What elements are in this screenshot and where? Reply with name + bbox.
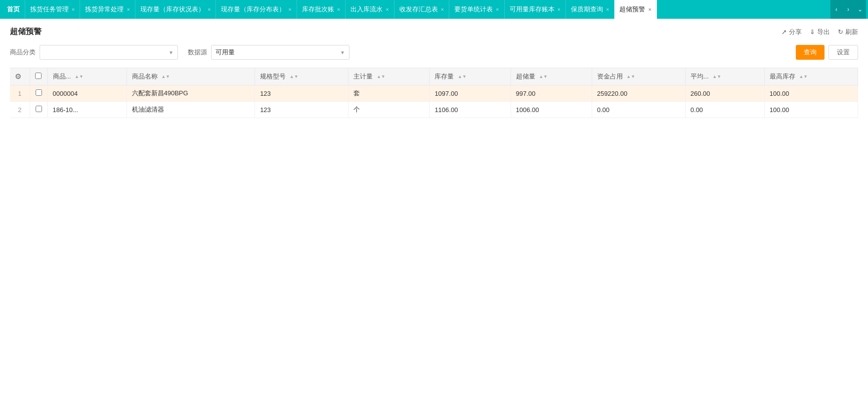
close-icon[interactable]: × — [337, 6, 340, 12]
row-avg: 260.00 — [685, 85, 764, 102]
row-capital: 0.00 — [592, 102, 685, 118]
th-checkbox[interactable] — [30, 68, 47, 85]
nav-next-arrow[interactable]: › — [842, 0, 854, 19]
row-checkbox[interactable] — [36, 106, 42, 112]
filter-row: 商品分类 ▼ 数据源 可用量 ▼ 查询 设置 — [10, 45, 858, 60]
nav-home[interactable]: 首页 — [2, 0, 25, 19]
nav-tab-4[interactable]: 现存量（库存分布表） × — [216, 0, 297, 19]
row-name: 六配套新昌490BPG — [127, 85, 255, 102]
nav-tab-3[interactable]: 现存量（库存状况表） × — [135, 0, 216, 19]
th-capital[interactable]: 资金占用 ▲▼ — [592, 68, 685, 85]
refresh-button[interactable]: ↻ 刷新 — [838, 28, 858, 37]
th-name[interactable]: 商品名称 ▲▼ — [127, 68, 255, 85]
row-spec: 123 — [255, 102, 348, 118]
row-over: 1006.00 — [511, 102, 592, 118]
sort-icon: ▲▼ — [626, 75, 635, 79]
sort-icon: ▲▼ — [539, 75, 548, 79]
row-unit: 个 — [348, 102, 430, 118]
close-icon[interactable]: × — [288, 6, 291, 12]
nav-bar: 首页 拣货任务管理 × 拣货异常处理 × 现存量（库存状况表） × 现存量（库存… — [0, 0, 868, 19]
row-over: 997.00 — [511, 85, 592, 102]
table-row: 1 0000004 六配套新昌490BPG 123 套 1097.00 997.… — [10, 85, 858, 102]
page-title: 超储预警 — [10, 27, 42, 37]
row-capital: 259220.00 — [592, 85, 685, 102]
th-gear[interactable]: ⚙ — [10, 68, 30, 85]
sort-icon: ▲▼ — [377, 75, 386, 79]
select-all-checkbox[interactable] — [35, 73, 42, 79]
share-icon: ➚ — [781, 28, 787, 36]
category-select[interactable]: ▼ — [40, 45, 178, 60]
close-icon[interactable]: × — [441, 6, 444, 12]
nav-tab-1[interactable]: 拣货任务管理 × — [25, 0, 80, 19]
export-icon: ⇓ — [810, 28, 815, 36]
nav-tab-7[interactable]: 收发存汇总表 × — [394, 0, 449, 19]
page-header: 超储预警 ➚ 分享 ⇓ 导出 ↻ 刷新 — [10, 27, 858, 37]
close-icon[interactable]: × — [72, 6, 75, 12]
nav-tab-11[interactable]: 超储预警 × — [614, 0, 656, 19]
datasource-filter: 数据源 可用量 ▼ — [188, 45, 349, 60]
th-spec[interactable]: 规格型号 ▲▼ — [255, 68, 348, 85]
refresh-icon: ↻ — [838, 28, 843, 36]
row-unit: 套 — [348, 85, 430, 102]
th-max[interactable]: 最高库存 ▲▼ — [764, 68, 858, 85]
th-code[interactable]: 商品... ▲▼ — [47, 68, 127, 85]
data-table: ⚙ 商品... ▲▼ 商品名称 ▲▼ 规格型号 ▲▼ 主计 — [10, 68, 858, 118]
close-icon[interactable]: × — [127, 6, 130, 12]
row-checkbox-cell[interactable] — [30, 85, 47, 102]
close-icon[interactable]: × — [386, 6, 389, 12]
row-stock: 1097.00 — [430, 85, 511, 102]
row-max: 100.00 — [764, 85, 858, 102]
nav-tab-10[interactable]: 保质期查询 × — [566, 0, 614, 19]
row-checkbox[interactable] — [36, 89, 42, 96]
share-button[interactable]: ➚ 分享 — [781, 28, 802, 37]
th-unit[interactable]: 主计量 ▲▼ — [348, 68, 430, 85]
row-checkbox-cell[interactable] — [30, 102, 47, 118]
row-name: 机油滤清器 — [127, 102, 255, 118]
row-spec: 123 — [255, 85, 348, 102]
chevron-down-icon: ▼ — [169, 50, 174, 55]
chevron-down-icon: ▼ — [340, 50, 345, 55]
th-over[interactable]: 超储量 ▲▼ — [511, 68, 592, 85]
nav-menu-arrow[interactable]: ⌄ — [854, 0, 866, 19]
row-number: 1 — [10, 85, 30, 102]
query-button[interactable]: 查询 — [796, 45, 825, 60]
gear-icon[interactable]: ⚙ — [15, 72, 21, 80]
nav-tab-6[interactable]: 出入库流水 × — [346, 0, 394, 19]
row-code: 0000004 — [47, 85, 127, 102]
row-stock: 1106.00 — [430, 102, 511, 118]
sort-icon: ▲▼ — [458, 75, 467, 79]
nav-tab-8[interactable]: 要货单统计表 × — [449, 0, 504, 19]
export-button[interactable]: ⇓ 导出 — [810, 28, 830, 37]
datasource-label: 数据源 — [188, 48, 207, 57]
close-icon[interactable]: × — [496, 6, 499, 12]
sort-icon: ▲▼ — [161, 75, 170, 79]
sort-icon: ▲▼ — [799, 75, 808, 79]
nav-tab-5[interactable]: 库存批次账 × — [297, 0, 346, 19]
sort-icon: ▲▼ — [75, 75, 84, 79]
page-content: 超储预警 ➚ 分享 ⇓ 导出 ↻ 刷新 商品分类 ▼ 数据源 — [0, 19, 868, 126]
sort-icon: ▲▼ — [290, 75, 299, 79]
close-icon[interactable]: × — [648, 6, 651, 12]
settings-button[interactable]: 设置 — [828, 45, 858, 60]
th-avg[interactable]: 平均... ▲▼ — [685, 68, 764, 85]
row-avg: 0.00 — [685, 102, 764, 118]
nav-arrows: ‹ › ⌄ — [830, 0, 866, 19]
page-actions: ➚ 分享 ⇓ 导出 ↻ 刷新 — [781, 28, 858, 37]
nav-tab-2[interactable]: 拣货异常处理 × — [80, 0, 135, 19]
category-label: 商品分类 — [10, 48, 36, 57]
row-number: 2 — [10, 102, 30, 118]
sort-icon: ▲▼ — [712, 75, 721, 79]
datasource-select-value: 可用量 — [216, 48, 235, 57]
table-row: 2 186-10... 机油滤清器 123 个 1106.00 1006.00 … — [10, 102, 858, 118]
close-icon[interactable]: × — [558, 6, 561, 12]
nav-tab-9[interactable]: 可用量库存账本 × — [505, 0, 566, 19]
row-max: 100.00 — [764, 102, 858, 118]
table-header-row: ⚙ 商品... ▲▼ 商品名称 ▲▼ 规格型号 ▲▼ 主计 — [10, 68, 858, 85]
close-icon[interactable]: × — [606, 6, 609, 12]
datasource-select[interactable]: 可用量 ▼ — [211, 45, 349, 60]
nav-prev-arrow[interactable]: ‹ — [830, 0, 842, 19]
filter-buttons: 查询 设置 — [796, 45, 858, 60]
category-filter: 商品分类 ▼ — [10, 45, 178, 60]
th-stock[interactable]: 库存量 ▲▼ — [430, 68, 511, 85]
close-icon[interactable]: × — [208, 6, 211, 12]
